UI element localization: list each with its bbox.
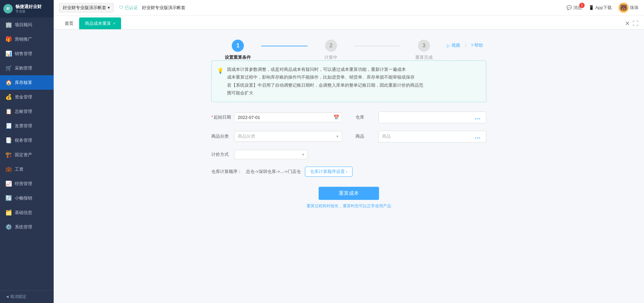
step-3: 3 重算完成 bbox=[401, 40, 447, 60]
help-link[interactable]: ? 帮助 bbox=[471, 42, 483, 48]
warehouse-label: 仓库 bbox=[356, 114, 376, 120]
account-label: 好业财专业版演示帐套 bbox=[63, 5, 106, 11]
goods-select-btn[interactable]: … bbox=[473, 133, 483, 140]
start-date-input[interactable] bbox=[234, 113, 331, 122]
price-method-label: 计价方式 bbox=[211, 152, 231, 158]
form-row-1: *起始日期 📅 仓库 … bbox=[211, 112, 486, 123]
app-subtitle: 专业版 bbox=[15, 9, 42, 13]
expand-icon[interactable]: ⛶ bbox=[633, 20, 639, 27]
category-label: 商品分类 bbox=[211, 133, 231, 139]
sidebar-item-marketing[interactable]: 🎁营销推广 bbox=[0, 32, 54, 46]
sidebar-item-purchase[interactable]: 🛒采购管理 bbox=[0, 61, 54, 75]
message-button[interactable]: 💬 消息 1 bbox=[567, 5, 582, 11]
play-icon: ▷ bbox=[447, 43, 450, 48]
sidebar-item-inventory[interactable]: 🏠库存核算 bbox=[0, 75, 54, 90]
tab-recalc[interactable]: 商品成本重算 × bbox=[79, 17, 121, 29]
nav-label-finance: 资金管理 bbox=[15, 94, 32, 100]
sidebar-item-sales[interactable]: 📊销售管理 bbox=[0, 46, 54, 61]
warehouse-order-label: 仓库计算顺序： bbox=[211, 169, 242, 175]
nav-icon-ops: 📈 bbox=[5, 180, 11, 187]
step-3-circle: 3 bbox=[418, 40, 430, 52]
step-2-label: 计算中 bbox=[324, 54, 337, 60]
topbar-actions: 💬 消息 1 📱 App下载 🐻 珠珠 bbox=[567, 3, 639, 13]
video-link[interactable]: ▷ 视频 bbox=[447, 42, 460, 48]
sidebar-item-salary[interactable]: 💼工资 bbox=[0, 162, 54, 176]
form-row-2: 商品分类 商品分类 ▾ 商品 商品 … bbox=[211, 131, 486, 142]
nav-icon-tax: 📑 bbox=[5, 137, 11, 143]
main-area: 好业财专业版演示帐套 ▾ 🛡 已认证 好业财专业版演示帐套 💬 消息 1 📱 A… bbox=[54, 0, 644, 303]
step-2-circle: 2 bbox=[325, 40, 337, 52]
warehouse-order-row: 仓库计算顺序： 总仓->深圳仓库->...->门店仓 仓库计算顺序设置 › bbox=[211, 167, 486, 177]
recalc-button[interactable]: 重算成本 bbox=[319, 187, 379, 200]
step-1: 1 设置重算条件 bbox=[215, 40, 261, 60]
sidebar-item-tax[interactable]: 📑税务管理 bbox=[0, 133, 54, 147]
tab-right-actions: ✕ ⛶ bbox=[625, 20, 639, 29]
nav-icon-system: ⚙️ bbox=[5, 224, 11, 230]
logo-icon: 好 bbox=[3, 4, 13, 13]
nav-icon-project: 🏢 bbox=[5, 21, 11, 28]
calendar-icon[interactable]: 📅 bbox=[331, 115, 342, 120]
question-icon: ? bbox=[471, 43, 473, 48]
topbar: 好业财专业版演示帐套 ▾ 🛡 已认证 好业财专业版演示帐套 💬 消息 1 📱 A… bbox=[54, 0, 644, 15]
nav-label-invoice: 发票管理 bbox=[15, 123, 32, 129]
nav-label-system: 系统管理 bbox=[15, 224, 32, 230]
info-line-1: 因成本计算参数调整，或是对商品成本有疑问时，可以通过成本重算功能，重新计算一遍成… bbox=[227, 66, 423, 73]
step-2: 2 计算中 bbox=[308, 40, 354, 60]
nav-label-inventory: 库存核算 bbox=[15, 80, 32, 86]
sidebar-item-assets[interactable]: 🏗️固定资产 bbox=[0, 147, 54, 162]
step-line-2 bbox=[354, 46, 401, 46]
step-1-label: 设置重算条件 bbox=[225, 54, 251, 60]
chevron-down-icon: ▾ bbox=[336, 134, 338, 139]
verified-badge: 🛡 已认证 bbox=[119, 5, 138, 11]
bulb-icon: 💡 bbox=[217, 66, 224, 97]
tabbar: 首页 商品成本重算 × ✕ ⛶ bbox=[54, 15, 644, 30]
sidebar-item-basic[interactable]: 🗂️基础信息 bbox=[0, 205, 54, 220]
user-avatar[interactable]: 🐻 珠珠 bbox=[619, 3, 639, 13]
sidebar-item-expense[interactable]: 🔄小畅报销 bbox=[0, 191, 54, 205]
info-line-4: 围可能会扩大 bbox=[227, 89, 423, 97]
form-row-3: 计价方式 ▾ bbox=[211, 150, 486, 159]
tab-home-label: 首页 bbox=[65, 20, 73, 27]
logo-text-block: 畅捷通好业财 专业版 bbox=[15, 4, 42, 13]
warehouse-input-wrapper: … bbox=[378, 112, 486, 123]
price-method-select[interactable]: ▾ bbox=[234, 150, 308, 159]
app-download-button[interactable]: 📱 App下载 bbox=[589, 5, 612, 11]
account-name: 好业财专业版演示帐套 bbox=[142, 5, 185, 11]
info-line-3: 若【系统设置】中启用了自动调整记账日期时，会调整入库单的整单记账日期，因此重新计… bbox=[227, 81, 423, 89]
nav-icon-purchase: 🛒 bbox=[5, 65, 11, 71]
nav-label-tax: 税务管理 bbox=[15, 137, 32, 143]
nav-label-accounting: 总账管理 bbox=[15, 109, 32, 115]
sidebar: 好 畅捷通好业财 专业版 🏢项目顾问🎁营销推广📊销售管理🛒采购管理🏠库存核算💰资… bbox=[0, 0, 54, 303]
field-category: 商品分类 商品分类 ▾ bbox=[211, 131, 342, 142]
goods-input-wrapper: 商品 … bbox=[378, 131, 486, 142]
tab-close-icon[interactable]: × bbox=[113, 21, 115, 26]
sidebar-item-finance[interactable]: 💰资金管理 bbox=[0, 90, 54, 104]
mobile-icon: 📱 bbox=[589, 5, 594, 10]
step-3-label: 重算完成 bbox=[415, 54, 433, 60]
sidebar-item-system[interactable]: ⚙️系统管理 bbox=[0, 220, 54, 234]
nav-label-ops: 经营管理 bbox=[15, 181, 32, 187]
warehouse-select-btn[interactable]: … bbox=[473, 114, 483, 121]
tab-home[interactable]: 首页 bbox=[59, 17, 79, 29]
content-area: 1 设置重算条件 2 计算中 3 重算完成 ▷ bbox=[54, 30, 644, 303]
warehouse-order-value: 总仓->深圳仓库->...->门店仓 bbox=[246, 169, 301, 175]
sidebar-nav: 🏢项目顾问🎁营销推广📊销售管理🛒采购管理🏠库存核算💰资金管理📋总账管理🧾发票管理… bbox=[0, 17, 54, 290]
account-selector[interactable]: 好业财专业版演示帐套 ▾ bbox=[59, 3, 114, 12]
close-window-icon[interactable]: ✕ bbox=[625, 20, 630, 27]
sidebar-item-accounting[interactable]: 📋总账管理 bbox=[0, 104, 54, 119]
warehouse-order-setting-btn[interactable]: 仓库计算顺序设置 › bbox=[305, 167, 353, 177]
recalc-hint: 重算过程耗时较长，重算时您可以正常使用产品 bbox=[211, 203, 486, 209]
sidebar-item-invoice[interactable]: 🧾发票管理 bbox=[0, 119, 54, 133]
field-goods: 商品 商品 … bbox=[356, 131, 486, 142]
chevron-down-icon: ▾ bbox=[108, 5, 110, 10]
sidebar-unpin[interactable]: ◄ 取消固定 bbox=[0, 290, 54, 303]
category-select[interactable]: 商品分类 ▾ bbox=[234, 131, 342, 142]
sidebar-item-ops[interactable]: 📈经营管理 bbox=[0, 176, 54, 191]
step-line-1 bbox=[261, 46, 308, 46]
nav-label-basic: 基础信息 bbox=[15, 210, 32, 216]
nav-icon-salary: 💼 bbox=[5, 166, 11, 172]
nav-icon-invoice: 🧾 bbox=[5, 123, 11, 129]
nav-icon-expense: 🔄 bbox=[5, 195, 11, 201]
field-price-method: 计价方式 ▾ bbox=[211, 150, 342, 159]
sidebar-item-project[interactable]: 🏢项目顾问 bbox=[0, 17, 54, 32]
